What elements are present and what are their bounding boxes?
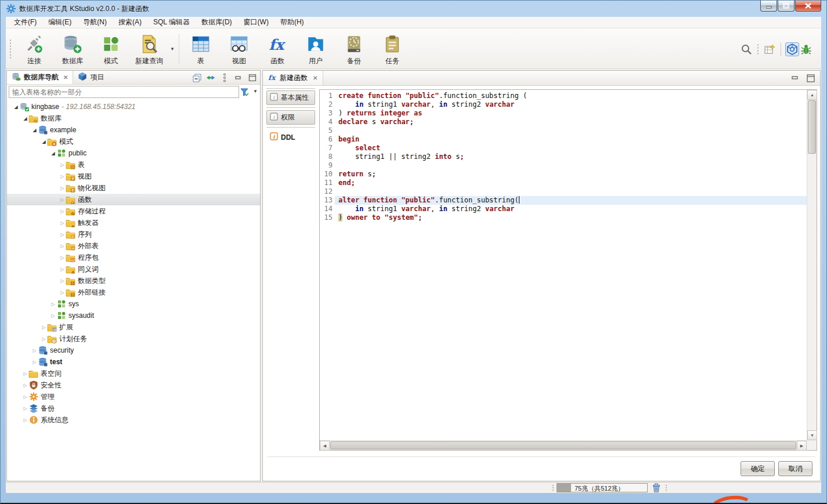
- menu-6[interactable]: 数据库(D): [196, 16, 238, 29]
- ok-button[interactable]: 确定: [741, 461, 775, 476]
- tree-item-备份[interactable]: ▷备份: [7, 403, 260, 414]
- scroll-down-icon[interactable]: ▼: [807, 430, 817, 440]
- tab-projects[interactable]: 项目: [73, 71, 109, 84]
- toolbar-user-button[interactable]: 用户: [297, 31, 335, 67]
- scroll-left-icon[interactable]: ◀: [320, 441, 330, 451]
- expand-arrow-icon[interactable]: ▷: [59, 162, 66, 168]
- tree-item-kingbase[interactable]: ◢kingbase - 192.168.45.158:54321: [7, 101, 260, 113]
- tab-close-icon[interactable]: ✕: [313, 75, 317, 81]
- expand-arrow-icon[interactable]: ▷: [31, 348, 38, 353]
- code-line-13[interactable]: 13alter function "public".function_subst…: [320, 196, 807, 205]
- expand-arrow-icon[interactable]: ▷: [59, 255, 66, 260]
- code-line-11[interactable]: 11end;: [320, 179, 807, 187]
- tree-item-安全性[interactable]: ▷安全性: [7, 379, 260, 391]
- code-line-8[interactable]: 8 string1 || string2 into s;: [320, 153, 807, 161]
- close-button[interactable]: [795, 1, 821, 12]
- toolbar-database-button[interactable]: 数据库: [53, 31, 92, 67]
- code-line-12[interactable]: 12: [320, 187, 807, 196]
- menu-4[interactable]: 搜索(A): [113, 16, 147, 29]
- tab-new-function[interactable]: fx 新建函数 ✕: [263, 71, 323, 85]
- open-perspective-icon[interactable]: [763, 42, 777, 56]
- expand-arrow-icon[interactable]: ▷: [59, 232, 66, 237]
- sql-editor[interactable]: 1create function "public".function_subst…: [319, 89, 817, 451]
- tree-item-管理[interactable]: ▷管理: [7, 391, 260, 403]
- tree-item-计划任务[interactable]: ▷计划任务: [7, 333, 260, 345]
- tree-item-物化视图[interactable]: ▷物化视图: [7, 182, 260, 194]
- menu-3[interactable]: 导航(N): [77, 16, 113, 29]
- collapse-all-icon[interactable]: [192, 72, 202, 83]
- tree-item-数据类型[interactable]: ▷数据类型: [7, 275, 260, 287]
- toolbar-view-button[interactable]: 视图: [220, 31, 258, 67]
- props-button-ddl[interactable]: iDDL: [266, 130, 315, 144]
- expand-arrow-icon[interactable]: ▷: [59, 209, 66, 214]
- toolbar-new-query-button[interactable]: 新建查询: [130, 31, 168, 67]
- search-icon[interactable]: [739, 42, 753, 56]
- code-line-9[interactable]: 9: [320, 161, 807, 170]
- expand-arrow-icon[interactable]: ▷: [59, 290, 66, 295]
- tree-item-数据库[interactable]: ◢数据库: [7, 113, 260, 124]
- code-line-4[interactable]: 4declare s varchar;: [320, 118, 807, 126]
- minimize-button[interactable]: [760, 1, 777, 12]
- tree-item-sysaudit[interactable]: ▷sysaudit: [7, 310, 260, 321]
- tab-close-icon[interactable]: ✕: [63, 74, 68, 81]
- code-line-5[interactable]: 5: [320, 126, 807, 135]
- menu-1[interactable]: 文件(F): [8, 16, 42, 29]
- collapse-arrow-icon[interactable]: ◢: [31, 128, 38, 133]
- expand-arrow-icon[interactable]: ▷: [59, 174, 66, 179]
- editor-maximize-icon[interactable]: [806, 74, 815, 82]
- props-button-basic[interactable]: i基本属性: [266, 90, 315, 105]
- toolbar-backup-button[interactable]: 备份: [335, 31, 373, 67]
- tree-item-模式[interactable]: ◢模式: [7, 136, 260, 147]
- code-line-6[interactable]: 6begin: [320, 135, 807, 144]
- menu-8[interactable]: 帮助(H): [275, 16, 310, 29]
- filter-funnel-icon[interactable]: [240, 87, 250, 97]
- vertical-scrollbar[interactable]: ▲ ▼: [807, 90, 817, 440]
- tab-database-navigator[interactable]: 数据库导航✕: [7, 71, 73, 84]
- props-button-privileges[interactable]: i权限: [266, 110, 315, 125]
- titlebar[interactable]: 数据库开发工具 KStudio v2.0.0 - 新建函数: [1, 1, 826, 17]
- code-line-7[interactable]: 7 select: [320, 144, 807, 153]
- code-line-3[interactable]: 3) returns integer as: [320, 109, 807, 118]
- tree-item-函数[interactable]: ▷fx函数: [7, 194, 260, 205]
- expand-arrow-icon[interactable]: ▷: [22, 383, 28, 388]
- scroll-right-icon[interactable]: ▶: [797, 441, 807, 451]
- tree-item-扩展[interactable]: ▷扩展: [7, 321, 260, 333]
- filter-dropdown-icon[interactable]: ▼: [253, 89, 258, 94]
- status-drag-handle[interactable]: [552, 484, 554, 492]
- toolbar-table-button[interactable]: 表: [182, 31, 220, 67]
- kstudio-perspective-icon[interactable]: [785, 42, 799, 56]
- expand-arrow-icon[interactable]: ▷: [22, 406, 28, 411]
- expand-arrow-icon[interactable]: ▷: [22, 418, 28, 423]
- tree-item-security[interactable]: ▷security: [7, 345, 260, 356]
- collapse-arrow-icon[interactable]: ◢: [22, 116, 28, 121]
- tree-item-同义词[interactable]: ▷A同义词: [7, 263, 260, 275]
- vscroll-thumb[interactable]: [808, 100, 816, 154]
- tree-item-表[interactable]: ▷表: [7, 159, 260, 171]
- code-line-15[interactable]: 15) owner to "system";: [320, 213, 807, 222]
- tree-item-系统信息[interactable]: ▷系统信息: [7, 414, 260, 426]
- toolbar-task-button[interactable]: 任务: [373, 31, 411, 67]
- expand-arrow-icon[interactable]: ▷: [50, 302, 56, 307]
- hscroll-thumb[interactable]: [330, 441, 796, 449]
- expand-arrow-icon[interactable]: ▷: [59, 186, 66, 191]
- collapse-arrow-icon[interactable]: ◢: [41, 139, 47, 144]
- toolbar-schema-button[interactable]: 模式: [92, 31, 130, 67]
- debug-perspective-icon[interactable]: [799, 42, 813, 56]
- tree-item-public[interactable]: ◢public: [7, 147, 260, 159]
- collapse-arrow-icon[interactable]: ◢: [13, 104, 19, 110]
- expand-arrow-icon[interactable]: ▷: [59, 197, 66, 202]
- tree-item-触发器[interactable]: ▷触发器: [7, 217, 260, 229]
- menu-7[interactable]: 窗口(W): [238, 16, 275, 29]
- tree-item-example[interactable]: ◢example: [7, 124, 260, 136]
- collapse-arrow-icon[interactable]: ◢: [50, 151, 56, 156]
- table-filter-input[interactable]: [9, 86, 239, 98]
- tree-item-程序包[interactable]: ▷</>程序包: [7, 252, 260, 263]
- expand-arrow-icon[interactable]: ▷: [59, 267, 66, 272]
- expand-arrow-icon[interactable]: ▷: [41, 325, 47, 330]
- sql-code-area[interactable]: 1create function "public".function_subst…: [320, 90, 807, 440]
- expand-arrow-icon[interactable]: ▷: [22, 371, 28, 376]
- menu-2[interactable]: 编辑(E): [42, 16, 77, 29]
- code-line-2[interactable]: 2 in string1 varchar, in string2 varchar: [320, 100, 807, 109]
- cancel-button[interactable]: 取消: [778, 461, 812, 476]
- tree-item-test[interactable]: ▷test: [7, 356, 260, 368]
